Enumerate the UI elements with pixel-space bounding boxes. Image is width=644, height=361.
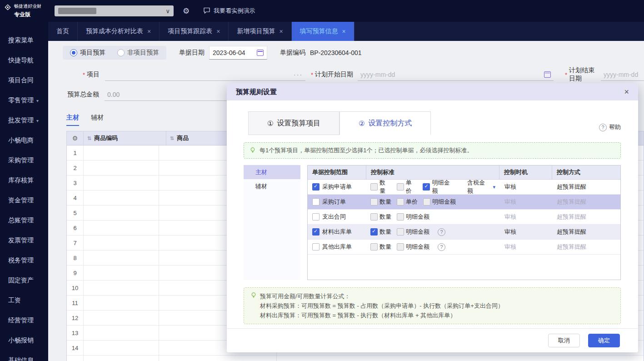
- sidebar-item[interactable]: 税务管理: [0, 251, 48, 271]
- sidebar-item[interactable]: 库存核算: [0, 170, 48, 191]
- grid-cell-code[interactable]: [84, 356, 159, 361]
- grid-cell-code[interactable]: [84, 145, 159, 160]
- sidebar-item[interactable]: 快捷导航: [0, 50, 48, 70]
- standard-checkbox[interactable]: [370, 243, 378, 251]
- demo-link[interactable]: 我要看实例演示: [203, 7, 255, 15]
- standard-checkbox[interactable]: [370, 198, 378, 206]
- standard-checkbox[interactable]: [423, 183, 430, 191]
- plan-start-input[interactable]: yyyy-mm-dd: [358, 68, 554, 81]
- modal-step-tab[interactable]: ②设置控制方式: [339, 111, 431, 135]
- standard-label: 明细金额: [406, 213, 429, 221]
- standard-checkbox[interactable]: [397, 183, 404, 191]
- confirm-button[interactable]: 确定: [588, 334, 620, 347]
- project-picker-button[interactable]: ···: [294, 71, 303, 78]
- sort-icon[interactable]: ⇅: [170, 135, 174, 141]
- org-selector[interactable]: ∨: [55, 5, 174, 16]
- doc-date-input[interactable]: 2023-06-04: [209, 46, 267, 60]
- standard-option: 明细金额: [397, 213, 429, 221]
- grid-cell-code[interactable]: [84, 160, 159, 175]
- close-icon[interactable]: ×: [216, 28, 220, 35]
- sidebar-item[interactable]: 资金管理: [0, 191, 48, 211]
- sidebar-item[interactable]: 基础信息: [0, 351, 48, 361]
- sidebar-item[interactable]: 批发管理▾: [0, 110, 48, 130]
- doc-checkbox[interactable]: [312, 183, 320, 191]
- close-icon[interactable]: ×: [279, 28, 283, 35]
- grid-cell-code[interactable]: [84, 311, 159, 325]
- close-icon[interactable]: ×: [342, 28, 346, 35]
- grid-cell-code[interactable]: [84, 251, 159, 265]
- help-icon[interactable]: ?: [438, 228, 445, 236]
- standard-checkbox[interactable]: [397, 198, 404, 206]
- grid-cell-code[interactable]: [84, 175, 159, 190]
- rule-notice-banner: 每1个预算项目，单据控制范围至少选择1个；已选控制单据，必须选择控制标准。: [244, 142, 621, 159]
- tax-amount-dropdown[interactable]: 含税金额▾: [467, 179, 495, 195]
- grid-cell-code[interactable]: [84, 326, 159, 340]
- doc-checkbox[interactable]: [312, 228, 320, 236]
- sidebar-item[interactable]: 零售管理▾: [0, 90, 48, 110]
- grid-cell-code[interactable]: [84, 281, 159, 295]
- standard-checkbox[interactable]: [423, 198, 430, 206]
- sort-icon[interactable]: ⇅: [87, 135, 91, 141]
- sidebar-item[interactable]: 小畅报销: [0, 331, 48, 351]
- doc-checkbox[interactable]: [312, 198, 320, 206]
- material-tab[interactable]: 辅材: [91, 114, 104, 126]
- grid-col-header-code: 商品编码: [94, 134, 118, 142]
- document-tab[interactable]: 预算成本分析对比表×: [78, 22, 160, 41]
- doc-checkbox[interactable]: [312, 243, 320, 251]
- sidebar-item[interactable]: 固定资产: [0, 271, 48, 291]
- grid-cell-code[interactable]: [84, 266, 159, 280]
- project-input[interactable]: ···: [105, 68, 305, 81]
- tab-label: 填写预算信息: [300, 27, 338, 35]
- document-tab[interactable]: 填写预算信息×: [292, 22, 354, 41]
- standard-checkbox[interactable]: [370, 183, 378, 191]
- doc-code-value: BP-20230604-001: [310, 49, 362, 56]
- standard-checkbox[interactable]: [397, 213, 404, 221]
- material-tab[interactable]: 主材: [66, 114, 79, 126]
- plan-end-input[interactable]: yyyy-mm-dd: [601, 68, 644, 81]
- standard-option: 明细金额: [397, 228, 429, 236]
- sidebar-item[interactable]: 小畅电商: [0, 130, 48, 150]
- standard-checkbox[interactable]: [370, 228, 378, 236]
- sidebar-item[interactable]: 经营管理: [0, 311, 48, 331]
- material-side-tab[interactable]: 主材: [244, 165, 300, 179]
- grid-cell-code[interactable]: [84, 296, 159, 310]
- sidebar-item[interactable]: 项目合同: [0, 70, 48, 90]
- standard-checkbox[interactable]: [397, 243, 404, 251]
- close-icon[interactable]: ×: [147, 28, 151, 35]
- doc-checkbox[interactable]: [312, 213, 320, 221]
- standard-option: 单价: [397, 198, 418, 206]
- standard-checkbox[interactable]: [397, 228, 404, 236]
- sidebar-item[interactable]: 发票管理: [0, 231, 48, 251]
- gear-icon[interactable]: ⚙: [183, 6, 190, 16]
- budget-type-radio[interactable]: 非项目预算: [117, 49, 159, 57]
- document-tab[interactable]: 新增项目预算×: [229, 22, 291, 41]
- modal-step-tab[interactable]: ①设置预算项目: [248, 111, 339, 135]
- cancel-button[interactable]: 取消: [548, 334, 580, 347]
- sidebar-item[interactable]: 采购管理: [0, 150, 48, 170]
- row-number: 15: [67, 356, 84, 361]
- document-tab[interactable]: 首页: [48, 22, 78, 41]
- close-icon[interactable]: ×: [624, 87, 629, 97]
- standard-checkbox[interactable]: [370, 213, 378, 221]
- budget-type-radio[interactable]: 项目预算: [70, 49, 105, 57]
- sidebar-item[interactable]: 总账管理: [0, 211, 48, 231]
- help-icon[interactable]: ?: [438, 243, 445, 251]
- grid-cell-code[interactable]: [84, 341, 159, 355]
- step-label: 设置控制方式: [368, 119, 412, 128]
- sidebar-item[interactable]: 搜索菜单: [0, 30, 48, 50]
- sidebar-item[interactable]: 工资: [0, 291, 48, 311]
- budget-total-input[interactable]: 0.00: [105, 88, 242, 101]
- document-tab[interactable]: 项目预算跟踪表×: [160, 22, 229, 41]
- grid-settings-gear-icon[interactable]: ⚙: [72, 135, 78, 142]
- grid-cell-code[interactable]: [84, 221, 159, 235]
- document-header-row: 项目预算非项目预算 单据日期 2023-06-04 单据编码 BP-202306…: [63, 45, 362, 60]
- grid-cell-code[interactable]: [84, 191, 159, 205]
- grid-cell-code[interactable]: [84, 236, 159, 250]
- grid-cell-product[interactable]: [159, 356, 277, 361]
- grid-cell-code[interactable]: [84, 206, 159, 220]
- standard-label: 数量: [379, 198, 391, 206]
- calendar-icon[interactable]: [544, 71, 551, 78]
- material-side-tab[interactable]: 辅材: [244, 179, 300, 193]
- calendar-icon[interactable]: [257, 50, 264, 56]
- help-link[interactable]: ? 帮助: [599, 123, 621, 135]
